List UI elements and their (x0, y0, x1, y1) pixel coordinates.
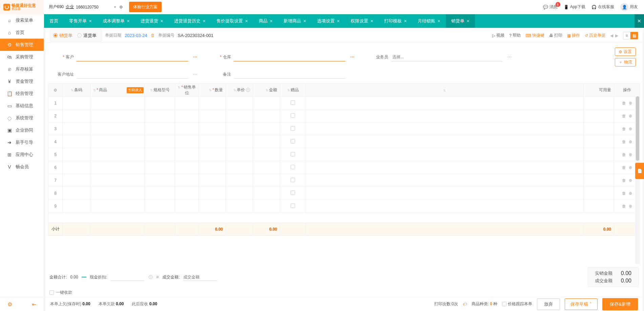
address-picker-icon[interactable]: ⋯ (191, 72, 199, 77)
save-draft-button[interactable]: 保存草稿˄ (565, 298, 598, 310)
cash-discount-input[interactable] (110, 273, 144, 281)
sort-icon[interactable]: ⇅ (443, 89, 446, 92)
close-icon[interactable]: ✕ (370, 19, 373, 23)
insert-row-icon[interactable]: ⊕ (629, 114, 632, 118)
close-icon[interactable]: ✕ (303, 19, 306, 23)
cell-barcode[interactable] (63, 122, 90, 135)
cell-price[interactable] (226, 200, 253, 213)
table-row[interactable]: 8🗑⊕ (48, 187, 640, 200)
tab-6[interactable]: 商品✕ (253, 14, 278, 28)
tab-5[interactable]: 售价提取设置✕ (211, 14, 253, 28)
table-scrollbar[interactable] (635, 96, 640, 264)
insert-row-icon[interactable]: ⊕ (629, 191, 632, 196)
cell-amount[interactable] (253, 161, 280, 174)
close-icon[interactable]: ✕ (437, 19, 440, 23)
cell-qty[interactable] (199, 110, 226, 122)
cell-spec[interactable] (145, 97, 175, 110)
cell-spec[interactable] (145, 174, 175, 187)
cell-gift[interactable] (280, 97, 306, 110)
date-value[interactable]: 2023-03-24 (125, 33, 147, 38)
tab-11[interactable]: 月结锁账✕ (412, 14, 446, 28)
cell-unit[interactable] (175, 110, 199, 122)
cell-barcode[interactable] (63, 148, 90, 161)
gift-checkbox[interactable] (291, 152, 295, 156)
sidebar-item-10[interactable]: ➜新手引导 (0, 136, 44, 149)
close-all-tabs-button[interactable]: ✕ (635, 14, 644, 28)
insert-row-icon[interactable]: ⊕ (629, 204, 632, 209)
cell-qty[interactable] (199, 174, 226, 187)
insert-row-icon[interactable]: ⊕ (629, 127, 632, 131)
gift-checkbox[interactable] (291, 100, 295, 105)
table-row[interactable]: 2🗑⊕ (48, 110, 640, 122)
cell-qty[interactable] (199, 187, 226, 200)
insert-row-icon[interactable]: ⊕ (629, 139, 632, 144)
cell-product[interactable] (90, 161, 145, 174)
table-row[interactable]: 6🗑⊕ (48, 161, 640, 174)
sort-icon[interactable]: ⇅ (178, 86, 181, 89)
close-icon[interactable]: ✕ (127, 19, 130, 23)
tab-9[interactable]: 权限设置✕ (345, 14, 379, 28)
cell-qty[interactable] (199, 200, 226, 213)
help-icon[interactable]: ? (246, 88, 250, 92)
customer-picker-icon[interactable]: ⋯ (191, 55, 199, 59)
close-icon[interactable]: ✕ (203, 19, 206, 23)
table-row[interactable]: 7🗑⊕ (48, 174, 640, 187)
view-list-button[interactable]: ≡ (623, 32, 630, 39)
cell-gift[interactable] (280, 187, 306, 200)
gift-checkbox[interactable] (291, 178, 295, 182)
insert-row-icon[interactable]: ⊕ (629, 178, 632, 183)
scan-badge[interactable]: 扫码录入 (127, 87, 144, 93)
table-row[interactable]: 3🗑⊕ (48, 122, 640, 135)
sidebar-item-8[interactable]: ◌系统管理 (0, 112, 44, 124)
cell-product[interactable] (90, 148, 145, 161)
sort-icon[interactable]: ⇅ (287, 89, 290, 92)
sidebar-item-9[interactable]: ▣企业协同 (0, 124, 44, 136)
next-doc-button[interactable]: ▶ (615, 33, 618, 38)
cell-unit[interactable] (175, 200, 199, 213)
view-card-button[interactable]: ▦ (630, 32, 638, 39)
cell-unit[interactable] (175, 187, 199, 200)
cell-barcode[interactable] (63, 187, 90, 200)
sidebar-item-5[interactable]: ¥资金管理 (0, 75, 44, 88)
sidebar-item-6[interactable]: 📋经营管理 (0, 88, 44, 100)
cell-unit[interactable] (175, 161, 199, 174)
close-icon[interactable]: ✕ (245, 19, 248, 23)
calendar-icon[interactable]: 🗓 (151, 33, 155, 38)
tab-12[interactable]: 销货单✕ (446, 14, 475, 28)
close-icon[interactable]: ✕ (89, 19, 92, 23)
warehouse-picker-icon[interactable]: ⋯ (348, 55, 356, 59)
cell-price[interactable] (226, 187, 253, 200)
cell-blank[interactable] (306, 174, 584, 187)
settings-gear-icon[interactable]: ⚙ (7, 301, 12, 308)
sort-icon[interactable]: ⇅ (209, 89, 212, 92)
cell-blank[interactable] (306, 97, 584, 110)
table-row[interactable]: 5🗑⊕ (48, 148, 640, 161)
logistics-button[interactable]: ＋物流 (615, 58, 636, 66)
cell-product[interactable] (90, 122, 145, 135)
gift-checkbox[interactable] (291, 113, 295, 118)
cell-spec[interactable] (145, 200, 175, 213)
sort-icon[interactable]: ⇅ (233, 89, 236, 92)
salesman-input[interactable] (391, 53, 503, 61)
salesman-picker-icon[interactable]: ⋯ (505, 55, 514, 59)
sidebar-item-1[interactable]: ⌂首页 (0, 26, 44, 39)
online-service-link[interactable]: 🎧 在线客服 (591, 4, 614, 10)
close-icon[interactable]: ✕ (270, 19, 273, 23)
close-icon[interactable]: ✕ (404, 19, 407, 23)
cell-blank[interactable] (306, 148, 584, 161)
close-icon[interactable]: ✕ (466, 19, 470, 23)
sidebar-item-11[interactable]: ⊞应用中心 (0, 149, 44, 161)
delete-row-icon[interactable]: 🗑 (622, 165, 626, 170)
help-link[interactable]: ?帮助 (509, 33, 521, 38)
cell-product[interactable] (90, 174, 145, 187)
tab-2[interactable]: 成本调整单✕ (97, 14, 135, 28)
cell-amount[interactable] (253, 200, 280, 213)
tab-0[interactable]: 首页 (44, 14, 64, 28)
sidebar-item-0[interactable]: ⌕搜索菜单 (0, 14, 44, 26)
print-link[interactable]: 🖶打印 (549, 33, 562, 38)
deal-amount-input[interactable] (183, 273, 217, 281)
cell-amount[interactable] (253, 174, 280, 187)
warehouse-input[interactable] (234, 53, 346, 61)
onekey-receipt-checkbox[interactable] (49, 290, 54, 295)
cell-product[interactable] (90, 97, 145, 110)
